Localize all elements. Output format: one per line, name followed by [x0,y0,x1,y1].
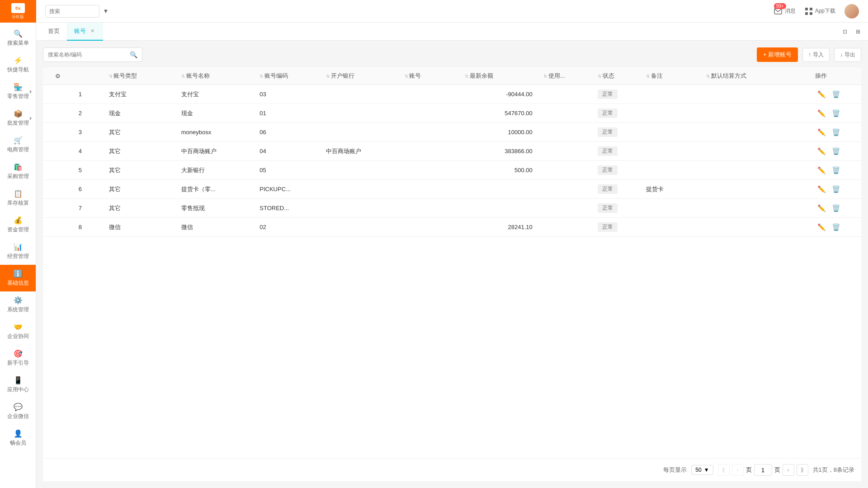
delete-button[interactable]: 🗑️ [830,146,843,156]
sidebar-item-system[interactable]: ⚙️ 系统管理 [0,291,36,318]
delete-button[interactable]: 🗑️ [830,127,843,137]
row-settings-cell [43,218,73,237]
row-balance-cell [459,180,538,199]
col-default-header[interactable]: 默认结算方式 [701,67,809,85]
sidebar-item-label: 系统管理 [7,306,29,314]
delete-button[interactable]: 🗑️ [830,89,843,99]
row-settings-cell [43,180,73,199]
col-code-header[interactable]: 账号编码 [254,67,321,85]
message-button[interactable]: 99+ 消息 [774,7,796,16]
col-action-header: 操作 [810,67,861,85]
row-type-cell: 其它 [104,199,176,218]
row-action-cell: ✏️ 🗑️ [810,104,861,123]
table-row: 5 其它 大新银行 05 500.00 正常 ✏️ 🗑️ [43,161,861,180]
sidebar-item-operations[interactable]: 📊 经营管理 [0,238,36,265]
export-button[interactable]: ↓ 导出 [834,48,861,62]
edit-button[interactable]: ✏️ [815,203,828,213]
row-action-cell: ✏️ 🗑️ [810,85,861,104]
sidebar-item-newbie[interactable]: 🎯 新手引导 [0,345,36,371]
table-row: 8 微信 微信 02 28241.10 正常 ✏️ 🗑️ [43,218,861,237]
edit-button[interactable]: ✏️ [815,89,828,99]
row-idx-cell: 5 [73,161,104,180]
edit-button[interactable]: ✏️ [815,108,828,118]
status-badge: 正常 [598,127,618,137]
page-number-input[interactable] [754,464,772,476]
col-type-header[interactable]: 账号类型 [104,67,176,85]
tab-home[interactable]: 首页 [41,23,67,41]
export-label: 导出 [844,51,855,59]
page-next-button[interactable]: › [783,464,794,476]
agreement-icon: 🤝 [14,323,23,331]
col-balance-header[interactable]: 最新余额 [459,67,538,85]
row-code-cell: 02 [254,218,321,237]
delete-button[interactable]: 🗑️ [830,184,843,194]
page-prev-button[interactable]: ‹ [732,464,744,476]
sidebar-item-ecommerce[interactable]: 🛒 电商管理 [0,131,36,158]
row-settings-cell [43,85,73,104]
tab-accounts[interactable]: 账号 ✕ [67,23,103,41]
message-label: 消息 [785,7,796,15]
edit-button[interactable]: ✏️ [815,184,828,194]
page-last-button[interactable]: ⟫ [797,464,808,476]
col-status-header[interactable]: 状态 [592,67,641,85]
row-status-cell: 正常 [592,199,641,218]
col-remark-header[interactable]: 备注 [641,67,701,85]
app-download-icon [805,7,813,15]
edit-button[interactable]: ✏️ [815,165,828,175]
sidebar-item-member[interactable]: 👤 畅会员 [0,425,36,451]
row-usage-cell [538,199,592,218]
message-icon-wrap: 99+ [774,7,783,16]
row-remark-cell [641,161,701,180]
row-status-cell: 正常 [592,142,641,161]
header-search-dropdown[interactable]: ▼ [99,5,112,18]
page-size-select[interactable]: 50 ▼ [691,465,713,475]
tab-restore-button[interactable]: ⊡ [840,26,850,37]
sidebar-item-purchase[interactable]: 🛍️ 采购管理 [0,158,36,185]
delete-button[interactable]: 🗑️ [830,203,843,213]
row-default-cell [701,161,809,180]
delete-button[interactable]: 🗑️ [830,222,843,232]
add-account-button[interactable]: + 新增账号 [757,47,798,62]
sidebar-item-app-center[interactable]: 📱 应用中心 [0,371,36,398]
sidebar-item-wholesale[interactable]: 📦 批发管理 [0,105,36,131]
edit-button[interactable]: ✏️ [815,222,828,232]
sidebar-item-retail[interactable]: 🏪 零售管理 [0,78,36,105]
row-code-cell: 06 [254,123,321,142]
col-account-header[interactable]: 账号 [399,67,460,85]
edit-button[interactable]: ✏️ [815,127,828,137]
col-bank-header[interactable]: 开户银行 [321,67,399,85]
sidebar-item-search[interactable]: 🔍 搜索菜单 [0,25,36,52]
sidebar-item-label: 零售管理 [7,93,29,100]
row-bank-cell [321,104,399,123]
operations-icon: 📊 [14,243,23,251]
tab-accounts-close[interactable]: ✕ [89,28,96,35]
row-remark-cell [641,199,701,218]
row-default-cell [701,104,809,123]
sidebar-item-basic-info[interactable]: ℹ️ 基础信息 [0,265,36,291]
page-input-area: 页 页 [746,464,780,476]
sidebar-item-inventory[interactable]: 📋 库存核算 [0,185,36,211]
row-type-cell: 现金 [104,104,176,123]
header-search-input[interactable] [45,5,99,18]
app-download-button[interactable]: App下载 [805,7,835,15]
row-balance-cell: 383866.00 [459,142,538,161]
page-first-button[interactable]: ⟪ [718,464,730,476]
row-status-cell: 正常 [592,123,641,142]
edit-button[interactable]: ✏️ [815,146,828,156]
col-usage-header[interactable]: 使用... [538,67,592,85]
user-avatar[interactable] [844,4,859,19]
svg-rect-1 [805,8,808,10]
col-settings-header[interactable]: ⚙ [43,67,73,85]
sidebar-item-finance[interactable]: 💰 资金管理 [0,211,36,238]
delete-button[interactable]: 🗑️ [830,108,843,118]
col-name-header[interactable]: 账号名称 [176,67,255,85]
page-nav: ⟪ ‹ 页 页 › ⟫ [718,464,808,476]
account-search-input[interactable] [48,52,130,58]
sidebar-item-agreement[interactable]: 🤝 企业协同 [0,318,36,345]
import-button[interactable]: ↑ 导入 [802,48,830,62]
delete-button[interactable]: 🗑️ [830,165,843,175]
sidebar-item-quick-nav[interactable]: ⚡ 快捷导航 [0,52,36,78]
account-search-icon[interactable]: 🔍 [130,51,137,58]
tab-fullscreen-button[interactable]: ⊞ [853,26,863,37]
sidebar-item-enterprise-wechat[interactable]: 💬 企业微信 [0,398,36,425]
